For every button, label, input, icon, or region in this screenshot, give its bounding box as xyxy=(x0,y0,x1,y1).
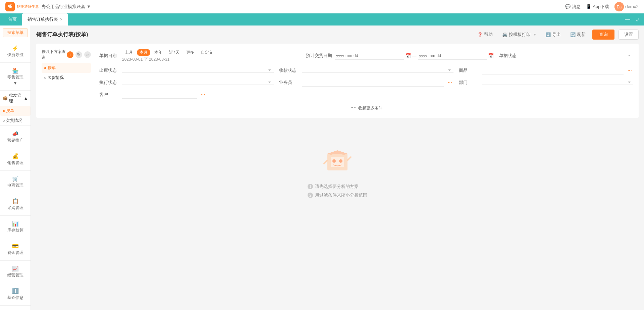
tab-home[interactable]: 首页 xyxy=(3,13,22,25)
filter-panel: 按以下方案查询 + ✎ « 按单 xyxy=(36,44,639,118)
tab-close-icon[interactable]: × xyxy=(60,17,62,22)
sidebar-item-wholesale-mgmt[interactable]: 📦 批发管理 ▲ xyxy=(0,91,31,106)
sidebar-item-finance-mgmt[interactable]: 💳 资金管理 xyxy=(2,241,29,258)
sidebar-item-ecom-mgmt[interactable]: 🛒 电商管理 xyxy=(2,173,29,190)
salesperson-more-icon[interactable]: ··· xyxy=(446,80,453,86)
logo-icon: 畅 xyxy=(5,2,15,11)
sidebar-search-btn[interactable]: 搜索菜单 xyxy=(3,28,28,37)
filter-collapse-btn[interactable]: « xyxy=(84,51,91,58)
date-range-text: 2023-03-01 至 2023-03-31 xyxy=(122,57,301,62)
retail-mgmt-icon: 🏪 xyxy=(12,67,19,74)
refresh-btn[interactable]: 🔄 刷新 xyxy=(568,30,588,39)
tip-item-1: 1 请先选择要分析的方案 xyxy=(308,182,367,191)
finance-mgmt-icon: 💳 xyxy=(12,243,19,249)
refresh-icon: 🔄 xyxy=(570,32,576,37)
collapse-more-btn[interactable]: ⌃⌃ 收起更多条件 xyxy=(99,103,633,112)
print-btn[interactable]: 🖨️ 按模板打印 xyxy=(499,30,539,39)
doc-status-dropdown[interactable] xyxy=(522,53,633,58)
tip-text-1: 请先选择要分析的方案 xyxy=(315,182,359,191)
svg-text:Ea: Ea xyxy=(617,5,622,9)
help-btn[interactable]: ❓ 帮助 xyxy=(475,30,495,39)
product-more-icon[interactable]: ··· xyxy=(626,67,633,73)
main-layout: 搜索菜单 ⚡ 快捷导航 🏪 零售管理 ▼ 📦 批发管理 ▲ 按单 xyxy=(0,25,644,310)
exec-status-dropdown[interactable] xyxy=(122,80,274,85)
sidebar-item-system-mgmt[interactable]: ⚙️ 系统管理 xyxy=(2,308,29,310)
collect-status-dropdown[interactable] xyxy=(302,68,453,73)
sidebar-item-operations-mgmt[interactable]: 📈 经营管理 xyxy=(2,263,29,280)
collect-status-arrow xyxy=(448,69,451,71)
dept-dropdown[interactable] xyxy=(482,80,633,85)
date-btn-more[interactable]: 更多 xyxy=(183,49,197,56)
sidebar-item-label-finance: 资金管理 xyxy=(7,250,23,256)
sidebar-item-basic-info[interactable]: ℹ️ 基础信息 xyxy=(2,286,29,303)
scheme-dot-debt xyxy=(44,77,46,79)
date-btn-7days[interactable]: 近7天 xyxy=(166,49,182,56)
filter-field-date: 单据日期 上月 本月 本年 近7天 更多 自定义 xyxy=(99,49,301,62)
sidebar-item-retail-mgmt[interactable]: 🏪 零售管理 ▼ xyxy=(2,65,29,88)
expected-date-to-icon[interactable]: 📅 xyxy=(488,53,494,58)
filter-sidebar-actions: + ✎ « xyxy=(67,51,91,58)
filter-scheme-item-order[interactable]: 按单 xyxy=(42,63,91,73)
salesperson-label: 业务员 xyxy=(279,80,299,86)
sidebar-item-quick-nav[interactable]: ⚡ 快捷导航 xyxy=(2,43,29,60)
sidebar-nav-section-retail: 🏪 零售管理 ▼ xyxy=(0,63,31,91)
salesperson-input[interactable] xyxy=(302,79,444,87)
tab-minimize-btn[interactable]: — xyxy=(624,15,632,24)
filter-side: 按以下方案查询 + ✎ « 按单 xyxy=(42,49,633,112)
product-input[interactable] xyxy=(482,66,624,74)
page-title-bar: 销售订单执行表(按单) ❓ 帮助 🖨️ 按模板打印 ⬇️ 导出 xyxy=(36,30,639,40)
sidebar-search-area: 搜索菜单 xyxy=(0,25,31,40)
date-btn-last-month[interactable]: 上月 xyxy=(122,49,136,56)
customer-more-icon[interactable]: ··· xyxy=(200,92,207,98)
sidebar-nav-section-finance: 💳 资金管理 xyxy=(0,238,31,261)
expected-date-from[interactable] xyxy=(335,52,404,60)
filter-scheme-label-order: 按单 xyxy=(48,65,56,71)
sidebar-nav-section-quick: ⚡ 快捷导航 xyxy=(0,40,31,63)
app-download-action[interactable]: 📱 App下载 xyxy=(586,4,609,10)
sidebar-item-debt[interactable]: 欠货情况 xyxy=(0,116,31,125)
expected-date-to[interactable] xyxy=(418,52,487,60)
sidebar-item-marketing[interactable]: 📣 营销推广 xyxy=(2,128,29,145)
out-status-dropdown[interactable] xyxy=(122,68,274,73)
tab-sales-exec[interactable]: 销售订单执行表 × xyxy=(22,13,68,25)
tab-sales-exec-label: 销售订单执行表 xyxy=(28,16,58,22)
sidebar-item-order[interactable]: 按单 xyxy=(0,106,31,116)
expected-date-from-icon[interactable]: 📅 xyxy=(405,53,411,58)
customer-input[interactable] xyxy=(122,91,197,99)
sidebar-item-label-order: 按单 xyxy=(6,108,14,114)
sidebar-item-label-ecom: 电商管理 xyxy=(7,183,23,188)
filter-sidebar-title: 按以下方案查询 + ✎ « xyxy=(42,49,91,60)
app-selector[interactable]: 办公用品行业模拟账套 ▼ xyxy=(42,4,91,10)
doc-status-label: 单据状态 xyxy=(499,53,519,59)
tab-maximize-btn[interactable]: ⤢ xyxy=(634,15,641,24)
filter-add-btn[interactable]: + xyxy=(67,51,73,58)
query-btn[interactable]: 查询 xyxy=(592,30,614,40)
date-btn-this-month[interactable]: 本月 xyxy=(137,49,150,56)
sidebar-item-purchase-mgmt[interactable]: 📋 采购管理 xyxy=(2,196,29,213)
logo-area: 畅 畅捷通好生意 xyxy=(5,2,39,11)
date-field-content: 上月 本月 本年 近7天 更多 自定义 2023-03-01 至 2023-03… xyxy=(122,49,301,62)
operations-mgmt-icon: 📈 xyxy=(12,265,19,272)
out-status-arrow xyxy=(268,69,271,71)
sidebar-item-sales-mgmt[interactable]: 💰 销售管理 xyxy=(2,151,29,168)
settings-btn[interactable]: 设置 xyxy=(619,30,639,40)
avatar: Ea xyxy=(614,2,624,11)
user-area[interactable]: Ea demo2 xyxy=(614,2,639,11)
filter-edit-btn[interactable]: ✎ xyxy=(75,51,82,58)
app-selector-text: 办公用品行业模拟账套 xyxy=(42,4,85,10)
sidebar-item-inventory[interactable]: 📊 库存核算 xyxy=(2,218,29,235)
sidebar-item-label-quick-nav: 快捷导航 xyxy=(7,52,23,58)
date-btn-custom[interactable]: 自定义 xyxy=(198,49,216,56)
export-btn[interactable]: ⬇️ 导出 xyxy=(543,30,564,39)
filter-field-out-status: 出库状态 xyxy=(99,67,274,73)
print-arrow xyxy=(533,34,536,36)
dept-label: 部门 xyxy=(459,80,479,86)
customer-label: 客户 xyxy=(99,92,119,98)
filter-scheme-item-debt[interactable]: 欠货情况 xyxy=(42,73,91,83)
inventory-icon: 📊 xyxy=(12,220,19,227)
date-btn-this-year[interactable]: 本年 xyxy=(152,49,165,56)
message-action[interactable]: 💬 消息 xyxy=(565,4,581,10)
tip-num-2: 2 xyxy=(308,193,313,198)
sidebar-nav-section-system: ⚙️ 系统管理 xyxy=(0,306,31,310)
page-content: 销售订单执行表(按单) ❓ 帮助 🖨️ 按模板打印 ⬇️ 导出 xyxy=(31,25,644,310)
